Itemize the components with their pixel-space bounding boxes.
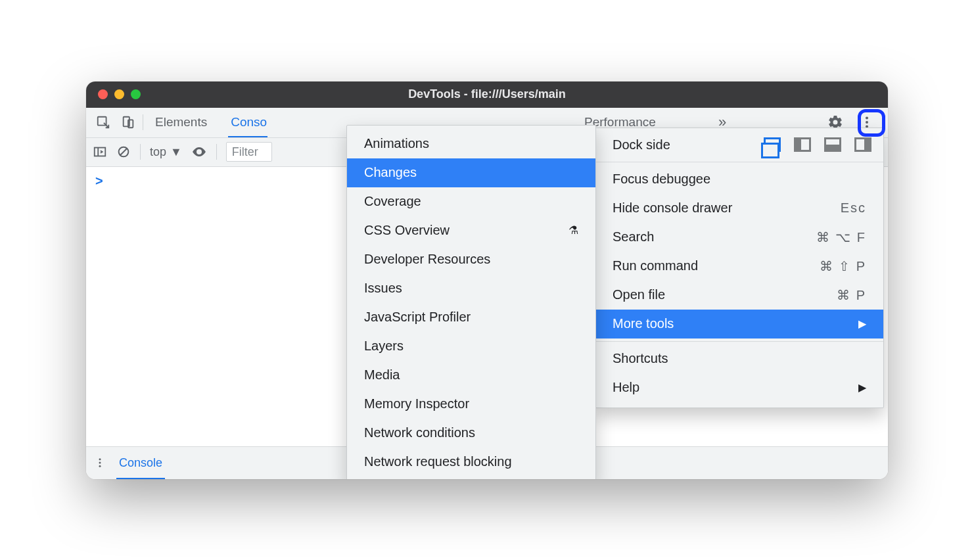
submenu-network-conditions[interactable]: Network conditions [347, 419, 595, 448]
menu-separator [595, 162, 883, 162]
submenu-network-request-blocking[interactable]: Network request blocking [347, 448, 595, 477]
svg-point-3 [866, 117, 868, 120]
drawer-kebab-icon[interactable] [94, 457, 106, 469]
menu-open-file[interactable]: Open file ⌘ P [595, 281, 883, 310]
menu-more-tools[interactable]: More tools ▶ [595, 310, 883, 338]
svg-point-4 [866, 121, 868, 124]
console-prompt-icon: > [95, 174, 103, 188]
menu-separator [595, 341, 883, 342]
clear-console-icon[interactable] [116, 145, 131, 159]
tab-elements[interactable]: Elements [152, 108, 210, 137]
submenu-layers[interactable]: Layers [347, 332, 595, 361]
submenu-changes[interactable]: Changes [347, 158, 595, 187]
console-filter-input[interactable]: Filter [226, 142, 272, 162]
submenu-animations[interactable]: Animations [347, 129, 595, 158]
submenu-arrow-icon: ▶ [858, 381, 866, 394]
dock-side-row: Dock side [595, 131, 883, 159]
submenu-arrow-icon: ▶ [858, 317, 866, 330]
window-title: DevTools - file:///Users/main [86, 87, 888, 101]
submenu-javascript-profiler[interactable]: JavaScript Profiler [347, 303, 595, 332]
menu-hide-console-drawer[interactable]: Hide console drawer Esc [595, 194, 883, 223]
titlebar: DevTools - file:///Users/main [86, 82, 888, 108]
menu-focus-debuggee[interactable]: Focus debuggee [595, 165, 883, 194]
submenu-memory-inspector[interactable]: Memory Inspector [347, 390, 595, 419]
dropdown-triangle-icon: ▼ [170, 145, 182, 159]
divider [216, 144, 217, 160]
device-toolbar-icon[interactable] [118, 112, 139, 133]
submenu-issues[interactable]: Issues [347, 274, 595, 303]
divider [143, 114, 143, 130]
menu-search[interactable]: Search ⌘ ⌥ F [595, 223, 883, 252]
dock-right-icon[interactable] [854, 137, 871, 152]
submenu-css-overview[interactable]: CSS Overview⚗ [347, 216, 595, 245]
execution-context-selector[interactable]: top ▼ [150, 145, 182, 159]
submenu-developer-resources[interactable]: Developer Resources [347, 245, 595, 274]
inspect-element-icon[interactable] [93, 112, 114, 133]
shortcut: ⌘ P [837, 287, 866, 303]
shortcut: ⌘ ⇧ P [820, 258, 866, 274]
panel-tabs: Elements Console [152, 108, 267, 137]
dock-side-label: Dock side [613, 137, 670, 152]
context-label: top [150, 145, 166, 159]
divider [140, 144, 141, 160]
svg-rect-6 [95, 148, 106, 156]
submenu-media[interactable]: Media [347, 361, 595, 390]
svg-point-9 [99, 462, 101, 464]
drawer-tab-console[interactable]: Console [116, 447, 165, 479]
menu-help[interactable]: Help ▶ [595, 373, 883, 402]
live-expression-eye-icon[interactable] [191, 144, 207, 160]
more-tools-submenu: Animations Changes Coverage CSS Overview… [346, 125, 596, 479]
submenu-coverage[interactable]: Coverage [347, 187, 595, 216]
filter-placeholder: Filter [232, 145, 258, 159]
dock-left-icon[interactable] [794, 137, 811, 152]
svg-point-8 [99, 458, 101, 460]
tab-console[interactable]: Console [228, 108, 267, 137]
shortcut: Esc [841, 200, 866, 216]
toggle-sidebar-icon[interactable] [93, 145, 107, 159]
devtools-window: DevTools - file:///Users/main Elements C… [86, 82, 888, 479]
shortcut: ⌘ ⌥ F [816, 229, 866, 245]
main-menu: Dock side Focus debuggee Hide console dr… [595, 128, 884, 408]
experiment-flask-icon: ⚗ [568, 223, 578, 237]
dock-bottom-icon[interactable] [824, 137, 841, 152]
dock-undock-icon[interactable] [764, 137, 781, 152]
dock-side-options [764, 137, 871, 152]
menu-shortcuts[interactable]: Shortcuts [595, 344, 883, 373]
svg-point-10 [99, 465, 101, 467]
menu-run-command[interactable]: Run command ⌘ ⇧ P [595, 252, 883, 281]
